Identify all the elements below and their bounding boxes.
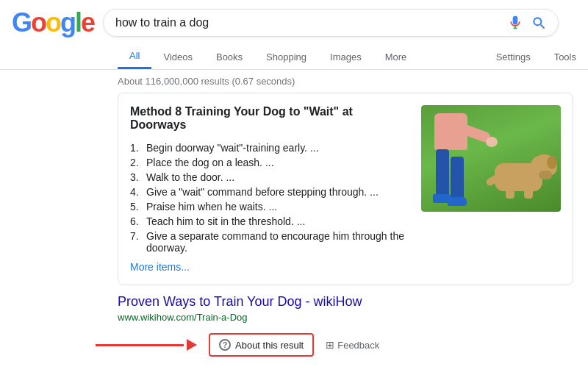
list-item: 7.Give a separate command to encourage h…: [130, 229, 409, 255]
tab-all[interactable]: All: [118, 44, 151, 69]
nav-tabs: All Videos Books Shopping Images More Se…: [0, 38, 588, 70]
shoe-right: [448, 197, 467, 206]
logo-g2: g: [60, 7, 75, 38]
tab-books[interactable]: Books: [204, 46, 254, 68]
results-info: About 116,000,000 results (0.67 seconds): [0, 70, 588, 93]
snippet-image: [421, 105, 561, 212]
tab-settings[interactable]: Settings: [484, 46, 542, 68]
google-logo: Google: [12, 7, 94, 38]
hand: [486, 137, 498, 147]
feedback-label: Feedback: [337, 340, 379, 351]
svg-line-3: [541, 25, 545, 29]
logo-l: l: [75, 7, 81, 38]
list-item: 4.Give a "wait" command before stepping …: [130, 185, 409, 199]
search-result: Proven Ways to Train Your Dog - wikiHow …: [118, 291, 573, 326]
about-icon: ?: [219, 339, 231, 351]
logo-o2: o: [46, 7, 60, 38]
main-content: Method 8 Training Your Dog to "Wait" at …: [0, 93, 588, 326]
leg-left: [436, 149, 449, 197]
bottom-row: ? About this result ⊞ Feedback: [0, 326, 588, 357]
dog-leg-back: [524, 185, 533, 199]
logo-o1: o: [31, 7, 46, 38]
tab-videos[interactable]: Videos: [151, 46, 204, 68]
result-title-link[interactable]: Proven Ways to Train Your Dog - wikiHow: [118, 294, 573, 310]
logo-g: G: [12, 7, 31, 38]
dog-leg-front: [506, 185, 514, 199]
dog-snout: [539, 171, 552, 179]
search-bar[interactable]: [103, 9, 559, 37]
leg-right: [451, 157, 464, 197]
tab-tools[interactable]: Tools: [542, 46, 588, 68]
logo-e: e: [81, 7, 94, 38]
tab-more[interactable]: More: [373, 46, 419, 68]
nav-right: Settings Tools: [484, 46, 588, 68]
feedback-button[interactable]: ⊞ Feedback: [326, 339, 379, 351]
svg-point-2: [534, 18, 541, 25]
result-url: www.wikihow.com/Train-a-Dog: [118, 312, 248, 323]
list-item: 1.Begin doorway "wait"-training early. .…: [130, 140, 409, 155]
about-result-label: About this result: [235, 340, 304, 351]
list-item: 5.Praise him when he waits. ...: [130, 199, 409, 214]
snippet-title: Method 8 Training Your Dog to "Wait" at …: [130, 105, 409, 132]
dog-ear: [547, 156, 557, 169]
feedback-icon: ⊞: [326, 339, 334, 351]
featured-snippet: Method 8 Training Your Dog to "Wait" at …: [118, 93, 573, 285]
arrow-line: [96, 344, 184, 346]
snippet-list: 1.Begin doorway "wait"-training early. .…: [130, 140, 409, 255]
header: Google: [0, 0, 588, 38]
tab-images[interactable]: Images: [318, 46, 373, 68]
snippet-text: Method 8 Training Your Dog to "Wait" at …: [130, 105, 409, 273]
dog-body: [495, 158, 553, 199]
list-item: 6.Teach him to sit in the threshold. ...: [130, 214, 409, 229]
dog-image-art: [421, 105, 561, 212]
more-items-link[interactable]: More items...: [130, 261, 409, 273]
red-arrow: [96, 339, 197, 351]
search-input[interactable]: [115, 16, 502, 29]
arrow-head: [187, 339, 197, 351]
tab-shopping[interactable]: Shopping: [254, 46, 318, 68]
search-icons: [508, 15, 546, 30]
about-result-button[interactable]: ? About this result: [209, 333, 314, 357]
person-legs: [429, 138, 473, 197]
list-item: 2.Place the dog on a leash. ...: [130, 155, 409, 170]
list-item: 3.Walk to the door. ...: [130, 170, 409, 185]
search-icon[interactable]: [531, 15, 546, 30]
microphone-icon[interactable]: [508, 15, 523, 30]
